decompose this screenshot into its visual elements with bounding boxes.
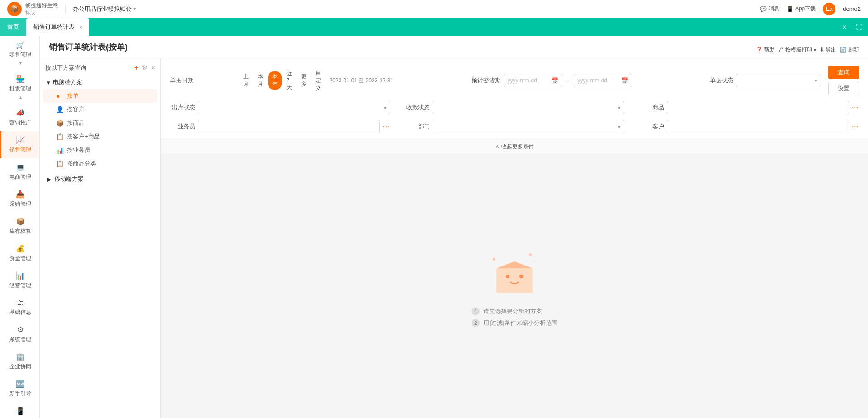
delivery-date-start-input[interactable]: yyyy-mm-dd 📅 (504, 74, 562, 87)
page-header-actions: ❓ 帮助 🖨 按模板打印 ▾ ⬇ 导出 🔄 刷新 (756, 46, 859, 54)
close-tab-icon[interactable]: × (79, 24, 82, 30)
message-button[interactable]: 💬 消息 (760, 5, 779, 13)
scheme-item-by-customer-goods[interactable]: 📋 按客户+商品 (43, 130, 157, 143)
topbar: 📦 畅捷通好生意 标版 办公用品行业模拟账套 ▾ 💬 消息 📱 App下载 Ea… (0, 0, 868, 18)
scheme-group-pc-header[interactable]: ▾ 电脑端方案 (43, 76, 157, 89)
sidebar-item-finance[interactable]: 💰 资金管理 (0, 240, 39, 267)
by-salesperson-label: 按业务员 (67, 146, 90, 154)
expected-delivery-cell: 预计交货期 yyyy-mm-dd 📅 — yyyy-mm-dd 📅 (469, 74, 632, 87)
delivery-date-end-input[interactable]: yyyy-mm-dd 📅 (574, 74, 632, 87)
app-subtitle: 标版 (25, 10, 58, 16)
settings-scheme-button[interactable]: ⚙ (142, 64, 148, 72)
last-month-btn[interactable]: 上月 (239, 71, 253, 90)
last7days-btn[interactable]: 近7天 (283, 68, 296, 93)
salesperson-label: 业务员 (170, 123, 195, 131)
template-print-button[interactable]: 🖨 按模板打印 ▾ (778, 46, 816, 54)
enterprise-label: 企业协同 (9, 363, 31, 370)
customer-label: 客户 (639, 123, 664, 131)
filter-row-3: 业务员 ··· 部门 ▾ (170, 120, 859, 133)
help-button[interactable]: ❓ 帮助 (756, 46, 775, 54)
by-order-label: 按单 (67, 92, 79, 100)
more-btn[interactable]: 更多 (297, 71, 311, 90)
bill-status-select[interactable] (736, 74, 821, 87)
sidebar-item-ecommerce[interactable]: 💻 电商管理 (0, 158, 39, 185)
tip-text-1: 请先选择要分析的方案 (483, 307, 542, 315)
scheme-item-by-goods-category[interactable]: 📋 按商品分类 (43, 157, 157, 171)
app-download-icon: 📱 (787, 6, 793, 12)
sidebar-item-newuser[interactable]: 🆕 新手引导 (0, 375, 39, 402)
sidebar: 🛒 零售管理 ▾ 🏪 批发管理 ▴ 📣 营销推广 📈 销售管理 💻 电商管理 📥… (0, 36, 40, 418)
window-close-button[interactable]: ✕ (839, 22, 850, 33)
empty-svg (487, 246, 542, 300)
collapse-panel-button[interactable]: « (151, 64, 155, 72)
goods-input[interactable] (667, 101, 849, 114)
scheme-item-by-customer[interactable]: 👤 按客户 (43, 103, 157, 116)
retail-arrow-icon: ▾ (19, 61, 22, 66)
customer-input[interactable] (667, 120, 849, 133)
home-tab[interactable]: 首页 (0, 18, 26, 36)
window-maximize-button[interactable]: ⛶ (854, 22, 864, 33)
collapse-more-bar[interactable]: ∧ 收起更多条件 (161, 139, 868, 154)
salesperson-input[interactable] (198, 120, 380, 133)
custom-btn[interactable]: 自定义 (311, 68, 325, 94)
sidebar-item-sales[interactable]: 📈 销售管理 (0, 131, 39, 158)
sidebar-item-system[interactable]: ⚙ 系统管理 (0, 321, 39, 348)
sidebar-item-marketing[interactable]: 📣 营销推广 (0, 104, 39, 131)
scheme-item-by-order[interactable]: ● 按单 (43, 89, 157, 103)
purchase-icon: 📥 (16, 190, 25, 199)
bill-status-label: 单据状态 (708, 76, 733, 85)
scheme-group-mobile-header[interactable]: ▶ 移动端方案 (43, 172, 157, 186)
goods-dots-button[interactable]: ··· (852, 104, 859, 112)
pc-group-label: 电脑端方案 (53, 78, 82, 86)
shipping-status-select[interactable] (198, 101, 390, 114)
sidebar-item-inventory[interactable]: 📦 库存核算 (0, 213, 39, 240)
refresh-button[interactable]: 🔄 刷新 (840, 46, 859, 54)
scheme-item-by-salesperson[interactable]: 📊 按业务员 (43, 143, 157, 157)
payment-status-select[interactable] (433, 101, 625, 114)
bill-date-label: 单据日期 (170, 76, 236, 85)
export-button[interactable]: ⬇ 导出 (820, 46, 836, 54)
shipping-status-select-wrap: ▾ (198, 101, 390, 114)
collapse-more-label: ∧ 收起更多条件 (495, 143, 533, 151)
export-icon: ⬇ (820, 47, 824, 53)
help-icon: ❓ (756, 47, 763, 53)
sidebar-item-wholesale[interactable]: 🏪 批发管理 ▴ (0, 70, 39, 104)
home-tab-label: 首页 (7, 23, 19, 31)
shipping-status-cell: 出库状态 ▾ (170, 101, 390, 114)
scheme-item-by-goods[interactable]: 📦 按商品 (43, 116, 157, 130)
active-tab[interactable]: 销售订单统计表 × (26, 18, 89, 36)
company-name: 办公用品行业模拟账套 (73, 5, 132, 13)
app-title: 畅捷通好生意 (25, 2, 58, 10)
this-year-btn[interactable]: 本年 (268, 71, 282, 90)
department-select[interactable] (433, 120, 625, 133)
add-scheme-button[interactable]: + (134, 64, 138, 72)
by-goods-label: 按商品 (67, 119, 85, 127)
delivery-end-placeholder: yyyy-mm-dd (578, 77, 607, 84)
by-goods-category-label: 按商品分类 (67, 160, 96, 168)
print-arrow-icon: ▾ (814, 48, 816, 52)
left-panel-actions: + ⚙ « (134, 64, 155, 72)
this-month-btn[interactable]: 本月 (254, 71, 267, 90)
reset-button[interactable]: 设置 (828, 82, 859, 95)
date-range-text: 2023-01-01 至 2023-12-31 (330, 77, 393, 85)
sidebar-item-retail[interactable]: 🛒 零售管理 ▾ (0, 36, 39, 70)
divider (65, 5, 66, 14)
appcenter-icon: 📱 (16, 407, 25, 415)
company-arrow-icon: ▾ (133, 6, 136, 12)
company-selector[interactable]: 办公用品行业模拟账套 ▾ (73, 5, 136, 13)
customer-dots-button[interactable]: ··· (852, 123, 859, 131)
by-goods-category-icon: 📋 (56, 160, 63, 167)
sidebar-item-appcenter[interactable]: 📱 应用中心 (0, 402, 39, 418)
left-panel: 按以下方案查询 + ⚙ « ▾ 电脑端方案 (40, 58, 161, 418)
sidebar-item-purchase[interactable]: 📥 采购管理 (0, 185, 39, 213)
print-icon: 🖨 (778, 47, 784, 53)
app-download-button[interactable]: 📱 App下载 (787, 5, 816, 13)
sidebar-item-enterprise[interactable]: 🏢 企业协同 (0, 348, 39, 375)
tip-num-1: 1 (472, 307, 480, 315)
sidebar-item-basic[interactable]: 🗂 基础信息 (0, 294, 39, 321)
salesperson-dots-button[interactable]: ··· (382, 123, 390, 131)
avatar[interactable]: Ea (823, 3, 835, 15)
sidebar-item-operations[interactable]: 📊 经营管理 (0, 267, 39, 294)
query-button[interactable]: 查询 (828, 66, 859, 79)
mobile-group-label: 移动端方案 (54, 175, 84, 183)
